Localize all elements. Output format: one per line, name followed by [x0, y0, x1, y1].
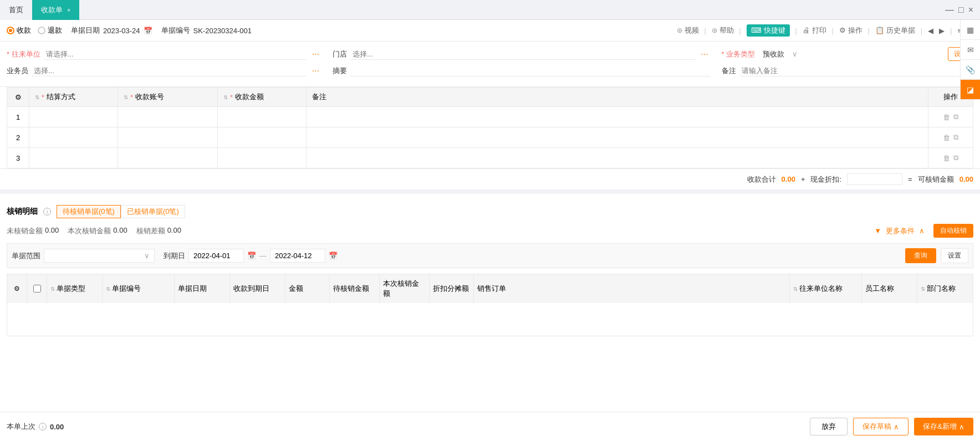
nav-left-icon[interactable]: ◀: [928, 27, 933, 35]
shortcut-btn[interactable]: ⌨ 快捷键: [747, 24, 790, 37]
row1-amount[interactable]: [218, 107, 307, 127]
row1-delete-icon[interactable]: 🗑: [943, 113, 950, 121]
t2-col-settings[interactable]: ⚙: [7, 274, 27, 303]
row3-settle[interactable]: [29, 148, 118, 168]
row3-copy-icon[interactable]: ⧉: [953, 153, 958, 162]
row2-copy-icon[interactable]: ⧉: [953, 133, 958, 142]
sort-dept-icon[interactable]: ⇅: [921, 286, 925, 292]
table-col-settings[interactable]: ⚙: [7, 88, 29, 106]
sort-customer-icon[interactable]: ⇅: [793, 286, 798, 292]
video-btn[interactable]: ⊙ 视频: [677, 25, 699, 35]
history-btn[interactable]: 📋 历史单据: [875, 25, 915, 35]
sidebar-mail-icon[interactable]: ✉: [961, 40, 981, 60]
table-col-account: ⇅ * 收款账号: [118, 88, 218, 106]
col-note-label: 备注: [312, 92, 326, 102]
row3-delete-icon[interactable]: 🗑: [943, 154, 950, 162]
save-new-button[interactable]: 保存&新增 ∧: [914, 418, 973, 435]
range-select[interactable]: ∨: [44, 249, 155, 263]
row1-note[interactable]: [307, 107, 928, 127]
remarks-input[interactable]: [739, 65, 973, 76]
staff-field: 业务员 ···: [7, 65, 321, 76]
tab-home[interactable]: 首页: [0, 0, 32, 20]
counterpart-more-icon[interactable]: ···: [310, 49, 321, 59]
more-filters-btn[interactable]: ▼ 更多条件 ∧: [874, 226, 925, 236]
nav-right-icon[interactable]: ▶: [939, 27, 945, 35]
query-button[interactable]: 查询: [905, 248, 936, 263]
t2-col-check[interactable]: [27, 274, 47, 303]
operations-btn[interactable]: ⚙ 操作: [839, 25, 862, 35]
calendar-from-icon[interactable]: 📅: [247, 252, 256, 260]
doc-number-field: 单据编号 SK-20230324-001: [161, 25, 252, 35]
row2-num: 2: [7, 127, 29, 147]
close-icon[interactable]: ×: [968, 5, 973, 15]
row3-note[interactable]: [307, 148, 928, 168]
row1-action: 🗑 ⧉: [928, 107, 973, 127]
date-range-separator: —: [259, 252, 267, 260]
tab-close-icon[interactable]: ×: [67, 7, 70, 13]
calendar-icon[interactable]: 📅: [144, 27, 152, 35]
summary-input[interactable]: [350, 65, 711, 76]
radio-receipt[interactable]: 收款: [7, 25, 31, 35]
row2-note[interactable]: [307, 127, 928, 147]
main-content: 收款 退款 单据日期 2023-03-24 📅 单据编号 SK-20230324…: [0, 20, 980, 441]
sort-icon-amount[interactable]: ⇅: [223, 94, 228, 100]
sort-num-icon[interactable]: ⇅: [106, 286, 110, 292]
writeoff-tab-pending[interactable]: 待核销单据(0笔): [57, 205, 121, 218]
writeoff-info-icon[interactable]: i: [43, 208, 51, 216]
staff-input[interactable]: [32, 65, 307, 76]
row2-settle[interactable]: [29, 127, 118, 147]
sidebar-table-icon[interactable]: ▦: [961, 20, 981, 40]
row2-amount[interactable]: [218, 127, 307, 147]
last-label: 本单上次: [7, 422, 35, 432]
discard-button[interactable]: 放弃: [810, 418, 848, 435]
help-btn[interactable]: ⊙ 帮助: [712, 25, 734, 35]
form-area: * 往来单位 ··· 门店 ··· * 业务类型 预收款 ∨ 设置 业务员: [0, 42, 980, 87]
discount-input[interactable]: [847, 173, 902, 185]
tab-receipt[interactable]: 收款单 ×: [32, 0, 79, 20]
unreceived-value: 0.00: [45, 226, 59, 236]
row2-delete-icon[interactable]: 🗑: [943, 134, 950, 142]
print-btn[interactable]: 🖨 打印: [803, 25, 826, 35]
sort-type-icon[interactable]: ⇅: [50, 286, 55, 292]
counterpart-input[interactable]: [44, 49, 307, 60]
remarks-label: 备注: [722, 66, 736, 76]
row1-num: 1: [7, 107, 29, 127]
business-type-field: * 业务类型 预收款 ∨ 设置: [722, 47, 973, 61]
sidebar-camera-icon[interactable]: ◪: [961, 80, 981, 100]
maximize-icon[interactable]: □: [958, 5, 964, 15]
t2-col-thistime: 本次核销金额: [380, 274, 430, 303]
save-draft-button[interactable]: 保存草稿 ∧: [853, 418, 908, 435]
writeoff-tabs: 待核销单据(0笔) 已核销单据(0笔): [57, 205, 185, 218]
store-input[interactable]: [350, 49, 695, 60]
save-new-label: 保存&新增: [923, 422, 957, 432]
store-more-icon[interactable]: ···: [698, 49, 710, 59]
minimize-icon[interactable]: —: [945, 5, 954, 15]
calendar-to-icon[interactable]: 📅: [329, 252, 338, 260]
row1-settle[interactable]: [29, 107, 118, 127]
due-date-from[interactable]: [188, 249, 244, 263]
range-dropdown-icon: ∨: [144, 252, 150, 260]
filter-settings-button[interactable]: 设置: [941, 248, 968, 263]
staff-more-icon[interactable]: ···: [310, 66, 321, 76]
sidebar-clip-icon[interactable]: 📎: [961, 60, 981, 80]
writeoff-tab-done[interactable]: 已核销单据(0笔): [121, 205, 185, 218]
sort-icon-account[interactable]: ⇅: [124, 94, 128, 100]
due-date-to[interactable]: [270, 249, 325, 263]
subtotal-value: 0.00: [782, 175, 795, 183]
t2-check-all[interactable]: [33, 285, 41, 293]
sort-icon[interactable]: ⇅: [35, 94, 39, 100]
row2-account[interactable]: [118, 127, 218, 147]
tab-home-label: 首页: [9, 5, 23, 15]
row1-account[interactable]: [118, 107, 218, 127]
range-label: 单据范围: [12, 251, 40, 261]
radio-refund[interactable]: 退款: [38, 25, 62, 35]
row1-copy-icon[interactable]: ⧉: [953, 112, 958, 121]
dropdown-icon[interactable]: ∨: [792, 50, 798, 58]
bottom-info-icon[interactable]: i: [39, 423, 47, 430]
save-new-arrow: ∧: [959, 423, 964, 431]
equals-sign: =: [908, 175, 912, 183]
row3-amount[interactable]: [218, 148, 307, 168]
t2-col-type: ⇅ 单据类型: [47, 274, 103, 303]
row3-account[interactable]: [118, 148, 218, 168]
auto-writeoff-button[interactable]: 自动核销: [933, 224, 973, 238]
